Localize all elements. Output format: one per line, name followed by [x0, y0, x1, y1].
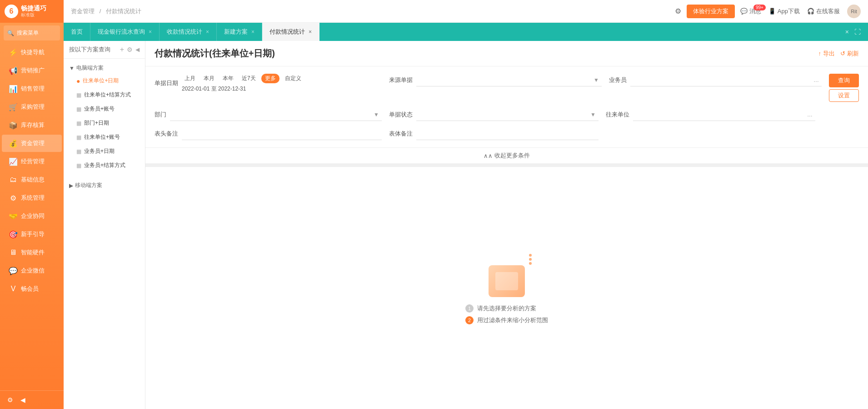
body-note-label: 表体备注 — [389, 130, 413, 138]
tab-close-all-btn[interactable]: × — [843, 26, 851, 37]
date-range: 2022-01-01 至 2022-12-31 — [182, 85, 304, 93]
tab-new-scheme-close[interactable]: × — [251, 29, 254, 35]
sidebar-item-system[interactable]: ⚙ 系统管理 — [2, 189, 62, 207]
query-button[interactable]: 查询 — [829, 74, 859, 87]
header-settings-icon[interactable]: ⚙ — [675, 7, 681, 15]
scheme-item-staff-account[interactable]: ▦ 业务员+账号 — [64, 102, 145, 116]
tab-collection[interactable]: 收款情况统计 × — [160, 23, 217, 41]
refresh-label: 刷新 — [847, 50, 859, 58]
scheme-add-icon[interactable]: + — [120, 45, 124, 54]
tip-text-2: 用过滤条件来缩小分析范围 — [477, 316, 548, 324]
tab-payment-close[interactable]: × — [309, 29, 312, 35]
scheme-item-unit-settle[interactable]: ▦ 往来单位+结算方式 — [64, 88, 145, 102]
export-btn[interactable]: ↑ 导出 — [818, 50, 835, 58]
scheme-collapse-icon[interactable]: ◀ — [135, 46, 140, 53]
collapse-more-btn[interactable]: ∧∧ 收起更多条件 — [145, 147, 868, 163]
page-title-bar: 付款情况统计(往来单位+日期) ↑ 导出 ↺ 刷新 — [145, 41, 868, 66]
service-btn[interactable]: 🎧 在线客服 — [807, 7, 840, 15]
query-btn-area: 查询 设置 — [829, 74, 859, 102]
empty-dots — [529, 254, 532, 265]
scheme-item-chart-icon: ▦ — [76, 134, 81, 141]
header-note-input[interactable] — [182, 127, 382, 140]
sales-icon: 📊 — [9, 85, 17, 93]
content-area: 按以下方案查询 + ⚙ ◀ ▼ 电脑端方案 ● 往来单位+日期 ▦ — [64, 41, 868, 409]
date-btn-7days[interactable]: 近7天 — [239, 74, 259, 83]
scheme-item-active-icon: ● — [76, 77, 80, 85]
sidebar-item-label: 经营管理 — [21, 157, 45, 166]
scheme-item-label: 业务员+日期 — [84, 147, 115, 155]
search-menu[interactable]: 🔍 搜索菜单 — [4, 25, 60, 40]
sidebar-item-operation[interactable]: 📈 经营管理 — [2, 153, 62, 170]
tab-fullscreen-btn[interactable]: ⛶ — [853, 26, 863, 37]
dept-select[interactable]: ▼ — [170, 108, 382, 121]
message-btn[interactable]: 💬 消息 99+ — [740, 7, 761, 15]
dot-2 — [529, 258, 532, 261]
staff-dropdown-icon: … — [813, 77, 819, 83]
sidebar-item-hardware[interactable]: 🖥 智能硬件 — [2, 244, 62, 261]
filter-dept: 部门 ▼ — [155, 108, 382, 121]
tab-bar: 首页 现金银行流水查询 × 收款情况统计 × 新建方案 × 付款情况统计 × ×… — [64, 23, 868, 41]
sidebar-item-sales[interactable]: 📊 销售管理 — [2, 80, 62, 97]
date-btn-custom[interactable]: 自定义 — [282, 74, 304, 83]
trial-button[interactable]: 体验行业方案 — [687, 5, 735, 18]
scheme-item-dept-date[interactable]: ▦ 部门+日期 — [64, 116, 145, 130]
tab-collection-close[interactable]: × — [206, 29, 209, 35]
scheme-section-mobile: ▶ 移动端方案 — [64, 176, 145, 195]
sidebar-item-stock[interactable]: 📦 库存核算 — [2, 116, 62, 134]
sidebar-item-label: 智能硬件 — [21, 248, 45, 257]
empty-illustration — [479, 252, 534, 297]
sidebar-item-label: 新手引导 — [21, 230, 45, 238]
scheme-settings-icon[interactable]: ⚙ — [127, 46, 133, 53]
scheme-item-staff-date[interactable]: ▦ 业务员+日期 — [64, 144, 145, 158]
scheme-item-label: 往来单位+结算方式 — [84, 91, 131, 99]
sidebar-item-shortcut[interactable]: ⚡ 快捷导航 — [2, 44, 62, 61]
date-options: 上月 本月 本年 近7天 更多 自定义 2022-01-01 至 2022-12… — [182, 74, 304, 93]
sidebar-item-capital[interactable]: 💰 资金管理 — [2, 135, 62, 152]
tab-cashflow-close[interactable]: × — [149, 29, 152, 35]
date-btn-last-month[interactable]: 上月 — [182, 74, 198, 83]
staff-select[interactable]: … — [630, 74, 822, 86]
section-title-label: 电脑端方案 — [76, 64, 104, 72]
sidebar-item-member[interactable]: V 畅会员 — [2, 280, 62, 298]
user-avatar[interactable]: Rit — [847, 5, 861, 18]
date-value-row: 上月 本月 本年 近7天 更多 自定义 — [182, 74, 304, 83]
sidebar-item-marketing[interactable]: 📢 营销推广 — [2, 62, 62, 79]
unit-select[interactable]: … — [633, 108, 815, 121]
settings-button[interactable]: 设置 — [829, 89, 859, 102]
stock-icon: 📦 — [9, 121, 17, 129]
filter-body-note: 表体备注 — [389, 127, 599, 140]
scheme-item-icon: ▦ — [76, 120, 81, 126]
tab-cashflow[interactable]: 现金银行流水查询 × — [90, 23, 160, 41]
filter-row-3: 表头备注 表体备注 — [155, 127, 859, 140]
sidebar-item-purchase[interactable]: 🛒 采购管理 — [2, 98, 62, 116]
tab-home[interactable]: 首页 — [64, 23, 90, 41]
corp-icon: 🤝 — [9, 212, 17, 220]
date-btn-this-year[interactable]: 本年 — [220, 74, 236, 83]
scheme-section-desktop-title[interactable]: ▼ 电脑端方案 — [64, 62, 145, 74]
dot-3 — [529, 262, 532, 265]
body-note-input[interactable] — [416, 127, 599, 140]
scheme-item-unit-account[interactable]: ▦ 往来单位+账号 — [64, 130, 145, 144]
app-download-btn[interactable]: 📱 App下载 — [768, 7, 800, 15]
refresh-btn[interactable]: ↺ 刷新 — [840, 50, 859, 58]
tab-new-scheme[interactable]: 新建方案 × — [217, 23, 262, 41]
sidebar-item-guide[interactable]: 🎯 新手引导 — [2, 226, 62, 243]
sidebar-item-wechat[interactable]: 💬 企业微信 — [2, 262, 62, 279]
sidebar-item-label: 库存核算 — [21, 121, 45, 129]
scheme-item-unit-date[interactable]: ● 往来单位+日期 — [64, 74, 145, 88]
doc-status-select[interactable]: ▼ — [416, 108, 599, 121]
date-btn-this-month[interactable]: 本月 — [201, 74, 217, 83]
sidebar-item-basic[interactable]: 🗂 基础信息 — [2, 171, 62, 188]
sidebar-item-corp[interactable]: 🤝 企业协同 — [2, 207, 62, 225]
scheme-section-mobile-title[interactable]: ▶ 移动端方案 — [64, 180, 145, 191]
tab-payment[interactable]: 付款情况统计 × — [262, 23, 319, 41]
source-label: 来源单据 — [389, 76, 413, 84]
sidebar-settings-btn[interactable]: ⚙ — [5, 394, 15, 405]
sidebar-collapse-btn[interactable]: ◀ — [19, 394, 27, 405]
empty-tip-2: 2 用过滤条件来缩小分析范围 — [465, 316, 548, 324]
scheme-item-staff-settle[interactable]: ▦ 业务员+结算方式 — [64, 158, 145, 172]
source-select[interactable]: ▼ — [416, 74, 602, 86]
date-btn-more[interactable]: 更多 — [261, 74, 279, 83]
filter-staff: 业务员 … — [609, 74, 822, 86]
sidebar-item-label: 企业协同 — [21, 212, 45, 220]
